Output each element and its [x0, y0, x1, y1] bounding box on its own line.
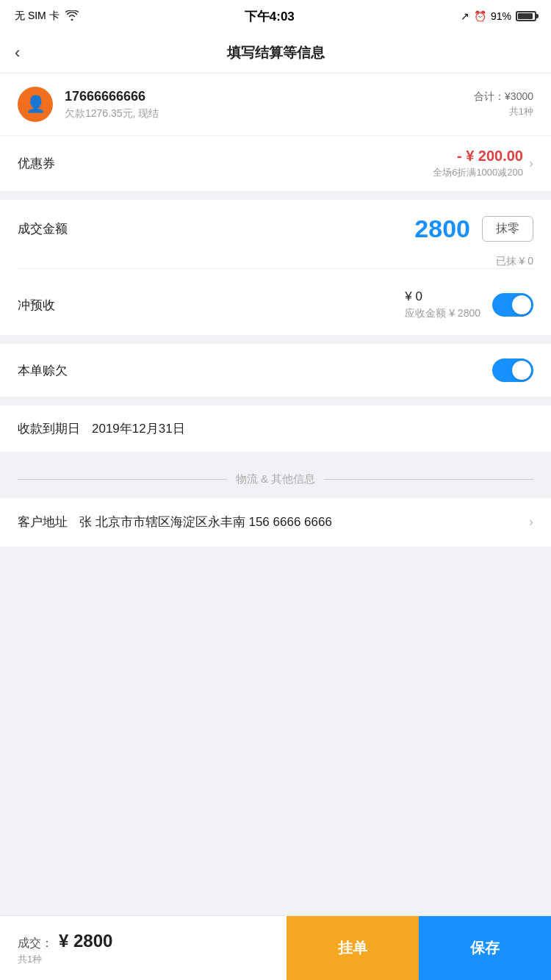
coupon-info: - ¥ 200.00 全场6折满1000减200 [433, 148, 523, 179]
bottom-bar: 成交： ¥ 2800 共1种 挂单 保存 [0, 915, 551, 980]
status-time: 下午4:03 [245, 8, 295, 25]
toggle-knob [512, 295, 531, 314]
coupon-desc: 全场6折满1000减200 [433, 166, 523, 179]
prepay-right: ¥ 0 应收金额 ¥ 2800 [405, 289, 533, 320]
coupon-label: 优惠券 [18, 155, 55, 172]
bottom-summary: 成交： ¥ 2800 共1种 [0, 931, 287, 966]
status-left: 无 SIM 卡 [15, 10, 79, 23]
customer-right: 合计：¥3000 共1种 [474, 90, 533, 118]
amount-card: 成交金额 2800 抹零 已抹 ¥ 0 冲预收 ¥ 0 应收金额 ¥ 2800 [0, 200, 551, 335]
debt-card: 本单赊欠 [0, 344, 551, 397]
customer-info: 17666666666 欠款1276.35元, 现结 [65, 89, 159, 120]
summary-top: 成交： ¥ 2800 [18, 931, 269, 951]
amount-row: 成交金额 2800 抹零 [18, 215, 533, 243]
customer-row: 👤 17666666666 欠款1276.35元, 现结 合计：¥3000 共1… [0, 73, 551, 135]
due-date-label: 收款到期日 [18, 420, 80, 437]
status-right: ↗ ⏰ 91% [461, 10, 536, 22]
amount-sub: 已抹 ¥ 0 [18, 255, 533, 268]
address-card[interactable]: 客户地址 张 北京市市辖区海淀区永丰南 156 6666 6666 › [0, 498, 551, 547]
status-bar: 无 SIM 卡 下午4:03 ↗ ⏰ 91% [0, 0, 551, 32]
wifi-icon [65, 10, 79, 23]
hold-button[interactable]: 挂单 [287, 916, 419, 981]
address-label: 客户地址 [18, 514, 68, 530]
debt-toggle-knob [512, 361, 531, 380]
coupon-amount: - ¥ 200.00 [433, 148, 523, 165]
address-chevron: › [529, 514, 533, 530]
footer-spacer [0, 555, 551, 629]
page-title: 填写结算等信息 [227, 43, 325, 62]
battery-icon [516, 11, 536, 21]
total-label: 合计：¥3000 [474, 90, 533, 104]
prepay-section: 冲预收 ¥ 0 应收金额 ¥ 2800 [18, 268, 533, 320]
address-value: 张 北京市市辖区海淀区永丰南 156 6666 6666 [79, 513, 529, 532]
due-date-value: 2019年12月31日 [92, 420, 185, 437]
customer-subtext: 欠款1276.35元, 现结 [65, 107, 159, 120]
location-icon: ↗ [461, 10, 469, 22]
due-date-card: 收款到期日 2019年12月31日 [0, 406, 551, 452]
customer-left: 👤 17666666666 欠款1276.35元, 现结 [18, 87, 159, 122]
avatar: 👤 [18, 87, 53, 122]
divider-line-right [324, 479, 533, 480]
summary-label: 成交： [18, 936, 53, 951]
prepay-label: 冲预收 [18, 297, 55, 314]
coupon-right: - ¥ 200.00 全场6折满1000减200 › [433, 148, 533, 179]
coupon-row[interactable]: 优惠券 - ¥ 200.00 全场6折满1000减200 › [0, 135, 551, 191]
amount-right: 2800 抹零 [414, 215, 533, 243]
prepay-info: ¥ 0 应收金额 ¥ 2800 [405, 289, 480, 320]
avatar-icon: 👤 [26, 95, 46, 114]
prepay-toggle[interactable] [492, 293, 533, 317]
debt-toggle[interactable] [492, 359, 533, 382]
content-area: 👤 17666666666 欠款1276.35元, 现结 合计：¥3000 共1… [0, 73, 551, 629]
summary-sub: 共1种 [18, 953, 269, 966]
save-button[interactable]: 保存 [419, 916, 551, 981]
divider-line-left [18, 479, 227, 480]
alarm-icon: ⏰ [474, 10, 486, 22]
prepay-row: 冲预收 ¥ 0 应收金额 ¥ 2800 [18, 289, 533, 320]
nav-bar: ‹ 填写结算等信息 [0, 32, 551, 73]
battery-percent: 91% [491, 10, 511, 22]
debt-label: 本单赊欠 [18, 362, 68, 379]
summary-value: ¥ 2800 [59, 931, 112, 951]
back-button[interactable]: ‹ [15, 43, 20, 62]
amount-value: 2800 [414, 215, 470, 243]
round-button[interactable]: 抹零 [482, 216, 533, 242]
prepay-amount: ¥ 0 [405, 289, 480, 304]
divider-text: 物流 & 其他信息 [236, 472, 315, 486]
section-divider: 物流 & 其他信息 [0, 461, 551, 498]
customer-card: 👤 17666666666 欠款1276.35元, 现结 合计：¥3000 共1… [0, 73, 551, 191]
total-count: 共1种 [474, 105, 533, 118]
customer-phone: 17666666666 [65, 89, 159, 104]
coupon-chevron: › [529, 156, 533, 171]
prepay-sub: 应收金额 ¥ 2800 [405, 307, 480, 320]
sim-text: 无 SIM 卡 [15, 10, 60, 23]
amount-label: 成交金额 [18, 220, 68, 237]
